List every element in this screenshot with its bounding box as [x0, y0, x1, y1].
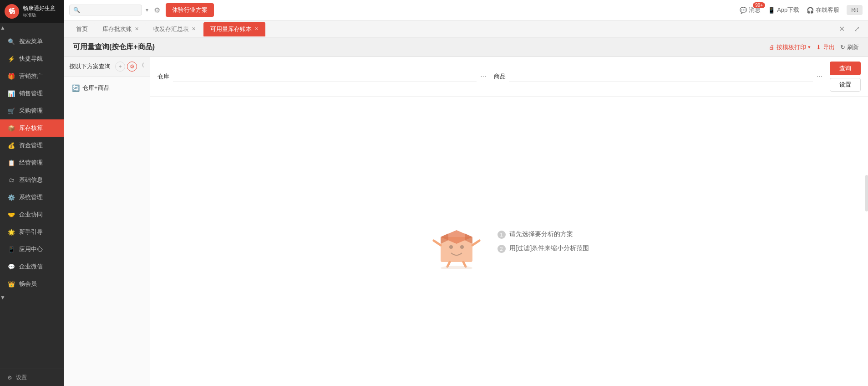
sidebar-item-label: 企业微信 — [19, 262, 43, 271]
sidebar-scroll-up[interactable]: ▲ — [0, 23, 5, 33]
tab-available-stock-close[interactable]: ✕ — [254, 26, 259, 32]
gift-icon: 🎁 — [7, 72, 15, 80]
goods-input[interactable] — [509, 71, 813, 82]
add-schema-btn[interactable]: + — [115, 62, 125, 72]
tab-inventory-batch-close[interactable]: ✕ — [135, 26, 139, 32]
print-chevron-icon: ▾ — [808, 44, 811, 50]
sidebar-item-marketing[interactable]: 🎁 营销推广 — [0, 67, 64, 85]
money-icon: 💰 — [7, 141, 15, 149]
schema-settings-btn[interactable]: ⚙ — [127, 62, 137, 72]
filter-actions: 查询 设置 — [830, 62, 861, 92]
rotate-icon: 🔄 — [72, 84, 80, 92]
topbar-gear-icon[interactable]: ⚙ — [152, 4, 162, 16]
sidebar-item-wechat[interactable]: 💬 企业微信 — [0, 258, 64, 275]
sidebar-item-label: 资金管理 — [19, 141, 43, 149]
svg-line-7 — [472, 241, 479, 245]
user-name: Rit — [851, 7, 858, 13]
online-service-label: 在线客服 — [816, 6, 839, 14]
collapse-icon[interactable]: 《 — [139, 62, 144, 72]
sidebar-item-member[interactable]: 👑 畅会员 — [0, 275, 64, 293]
message-icon: 💬 — [740, 7, 747, 14]
sidebar-item-label: 畅会员 — [19, 280, 37, 288]
empty-step-1: 1 请先选择要分析的方案 — [497, 230, 589, 239]
trial-btn[interactable]: 体验行业方案 — [166, 3, 214, 17]
mobile-icon: 📱 — [7, 245, 15, 253]
sidebar-scroll: ▲ 🔍 搜索菜单 ⚡ 快捷导航 🎁 营销推广 📊 销售管理 🛒 采购管理 📦 库… — [0, 23, 64, 369]
schema-item-label: 仓库+商品 — [82, 84, 110, 92]
tab-receive-stock[interactable]: 收发存汇总表 ✕ — [147, 22, 203, 36]
sidebar: 畅 畅康通好生意 标准版 ▲ 🔍 搜索菜单 ⚡ 快捷导航 🎁 营销推广 📊 销售… — [0, 0, 64, 386]
refresh-action[interactable]: ↻ 刷新 — [840, 43, 859, 51]
sidebar-item-label: 销售管理 — [19, 89, 43, 98]
sidebar-item-shortcut[interactable]: ⚡ 快捷导航 — [0, 50, 64, 67]
tab-available-stock-label: 可用量库存账本 — [210, 25, 252, 33]
sidebar-item-inventory[interactable]: 📦 库存核算 — [0, 119, 64, 137]
sidebar-item-system[interactable]: ⚙️ 系统管理 — [0, 189, 64, 206]
tab-receive-stock-close[interactable]: ✕ — [192, 26, 196, 32]
sidebar-item-label: 基础信息 — [19, 176, 43, 184]
tab-available-stock[interactable]: 可用量库存账本 ✕ — [203, 22, 265, 36]
page-actions: 🖨 按模板打印 ▾ ⬇ 导出 ↻ 刷新 — [769, 43, 859, 51]
message-badge: 99+ — [753, 2, 765, 8]
page-header: 可用量查询(按仓库+商品) 🖨 按模板打印 ▾ ⬇ 导出 ↻ 刷新 — [64, 38, 868, 57]
sidebar-item-fund[interactable]: 💰 资金管理 — [0, 137, 64, 154]
sidebar-item-operations[interactable]: 📋 经营管理 — [0, 154, 64, 171]
mobile-download-icon: 📱 — [768, 7, 775, 14]
warehouse-label: 仓库 — [157, 72, 169, 81]
close-tab-btn[interactable]: ✕ — [836, 24, 848, 34]
print-action[interactable]: 🖨 按模板打印 ▾ — [769, 43, 811, 51]
refresh-icon: ↻ — [840, 44, 845, 51]
expand-tab-btn[interactable]: ⤢ — [851, 24, 863, 34]
goods-label: 商品 — [494, 72, 506, 81]
sidebar-item-guide[interactable]: 🌟 新手引导 — [0, 223, 64, 241]
schema-item-warehouse-goods[interactable]: 🔄 仓库+商品 — [68, 81, 145, 95]
sidebar-item-label: 快捷导航 — [19, 55, 43, 63]
sidebar-header: 畅 畅康通好生意 标准版 — [0, 0, 64, 23]
empty-step-1-text: 请先选择要分析的方案 — [509, 230, 573, 238]
sidebar-scroll-down[interactable]: ▼ — [0, 293, 5, 303]
content-area: 按以下方案查询 + ⚙ 《 🔄 仓库+商品 仓库 — [64, 57, 868, 386]
step-2-circle: 2 — [497, 245, 506, 253]
sidebar-item-label: 系统管理 — [19, 193, 43, 201]
sidebar-item-appcenter[interactable]: 📱 应用中心 — [0, 241, 64, 258]
sidebar-footer-label: 设置 — [16, 374, 27, 381]
svg-point-5 — [460, 245, 464, 249]
user-info[interactable]: Rit — [847, 5, 863, 15]
page-title: 可用量查询(按仓库+商品) — [73, 42, 155, 52]
filter-settings-btn[interactable]: 设置 — [830, 78, 861, 92]
left-panel: 按以下方案查询 + ⚙ 《 🔄 仓库+商品 — [64, 57, 150, 386]
warehouse-more-icon[interactable]: ··· — [480, 72, 486, 81]
svg-line-8 — [447, 262, 450, 267]
sidebar-item-label: 经营管理 — [19, 159, 43, 167]
export-action[interactable]: ⬇ 导出 — [816, 43, 835, 51]
left-panel-actions: + ⚙ 《 — [115, 62, 144, 72]
empty-step-2-text: 用[过滤]条件来缩小分析范围 — [509, 244, 589, 252]
print-icon: 🖨 — [769, 44, 775, 51]
tab-home[interactable]: 首页 — [69, 22, 95, 36]
online-service-item[interactable]: 🎧 在线客服 — [807, 6, 839, 14]
sidebar-item-purchase[interactable]: 🛒 采购管理 — [0, 102, 64, 119]
message-item[interactable]: 💬 消息 99+ — [740, 6, 761, 14]
gear-icon: ⚙️ — [7, 193, 15, 201]
warehouse-input[interactable] — [173, 71, 477, 82]
search-icon: 🔍 — [7, 37, 15, 46]
tab-inventory-batch[interactable]: 库存批次账 ✕ — [96, 22, 146, 36]
app-download-item[interactable]: 📱 App下载 — [768, 6, 799, 14]
goods-more-icon[interactable]: ··· — [817, 72, 822, 81]
query-btn[interactable]: 查询 — [830, 62, 861, 75]
topbar-search-box[interactable]: 🔍 — [69, 5, 142, 15]
sidebar-item-enterprise[interactable]: 🤝 企业协同 — [0, 206, 64, 223]
search-input[interactable] — [82, 7, 137, 13]
sidebar-item-label: 应用中心 — [19, 245, 43, 253]
sidebar-footer: ⚙ 设置 — [0, 369, 64, 386]
chat-icon: 💬 — [7, 262, 15, 271]
sidebar-item-search[interactable]: 🔍 搜索菜单 — [0, 33, 64, 50]
tabs-actions: ✕ ⤢ — [836, 24, 863, 34]
chevron-down-icon[interactable]: ▾ — [146, 7, 148, 13]
sidebar-item-basic[interactable]: 🗂 基础信息 — [0, 171, 64, 189]
filter-row: 仓库 ··· 商品 ··· 查询 设置 — [150, 57, 868, 97]
empty-text: 1 请先选择要分析的方案 2 用[过滤]条件来缩小分析范围 — [497, 230, 589, 253]
sidebar-item-sales[interactable]: 📊 销售管理 — [0, 85, 64, 102]
sidebar-item-label: 企业协同 — [19, 211, 43, 219]
tab-inventory-batch-label: 库存批次账 — [102, 25, 132, 33]
